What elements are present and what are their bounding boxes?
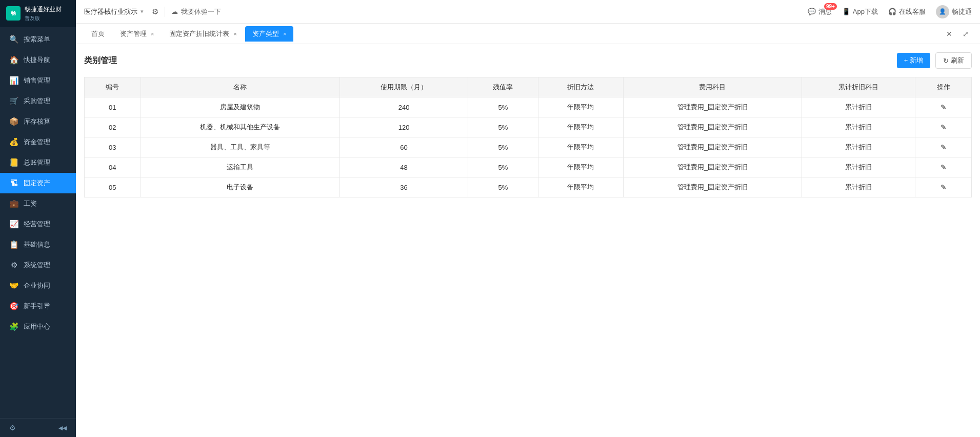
- sidebar-item-icon-sales: 📊: [9, 76, 18, 85]
- sidebar-item-label-payroll: 工资: [24, 199, 37, 208]
- sidebar-item-fixed_assets[interactable]: 🏗 固定资产: [0, 173, 76, 193]
- cell-method: 年限平均: [538, 97, 623, 117]
- cell-accumulated: 累计折旧: [802, 117, 915, 137]
- cell-code: 02: [85, 117, 141, 137]
- sidebar-item-label-inventory: 库存核算: [24, 117, 50, 126]
- sidebar-item-purchase[interactable]: 🛒 采购管理: [0, 91, 76, 111]
- tab-asset-management[interactable]: 资产管理 ×: [113, 26, 161, 42]
- collapse-icon[interactable]: ◀◀: [58, 425, 67, 431]
- table-col-使用期限（月）: 使用期限（月）: [340, 77, 468, 97]
- cell-period: 120: [340, 117, 468, 137]
- customer-service-label: 在线客服: [899, 7, 926, 16]
- cell-name: 电子设备: [141, 177, 340, 197]
- sidebar-item-operations[interactable]: 📈 经营管理: [0, 214, 76, 234]
- cell-accumulated: 累计折旧: [802, 157, 915, 177]
- tab-asset-management-label: 资产管理: [120, 29, 147, 38]
- sidebar-item-icon-system: ⚙: [9, 261, 18, 270]
- page-title: 类别管理: [84, 55, 117, 66]
- table-col-操作: 操作: [915, 77, 972, 97]
- sidebar-item-label-purchase: 采购管理: [24, 96, 50, 106]
- cell-period: 60: [340, 137, 468, 157]
- messages-button[interactable]: 💬 消息 99: [808, 7, 832, 16]
- sidebar-item-icon-enterprise: 🤝: [9, 281, 18, 290]
- cell-method: 年限平均: [538, 177, 623, 197]
- sidebar-item-inventory[interactable]: 📦 库存核算: [0, 111, 76, 132]
- sidebar-item-payroll[interactable]: 💼 工资: [0, 193, 76, 214]
- experience-icon: ☁: [171, 8, 178, 15]
- cell-edit[interactable]: ✎: [915, 117, 972, 137]
- customer-service-button[interactable]: 🎧 在线客服: [888, 7, 926, 16]
- cell-edit[interactable]: ✎: [915, 137, 972, 157]
- main-area: 医疗器械行业演示 ▾ ⚙ ☁ 我要体验一下 💬 消息 99 📱 App下载 🎧 …: [76, 0, 980, 437]
- sidebar-nav: 🔍 搜索菜单 🏠 快捷导航 📊 销售管理 🛒 采购管理 📦 库存核算 💰 资金管…: [0, 27, 76, 418]
- sidebar-item-quick_nav[interactable]: 🏠 快捷导航: [0, 50, 76, 70]
- cell-code: 01: [85, 97, 141, 117]
- user-button[interactable]: 👤 畅捷通: [936, 5, 972, 18]
- content-area: 类别管理 + 新增 ↻ 刷新 编号名称使用期限（月）残值率折旧方法费用科目累计折…: [76, 44, 980, 437]
- tab-asset-management-close[interactable]: ×: [151, 31, 154, 37]
- messages-icon: 💬: [808, 8, 816, 15]
- app-name: 畅捷通好业财: [25, 5, 62, 14]
- cell-expense: 管理费用_固定资产折旧: [623, 137, 802, 157]
- cell-method: 年限平均: [538, 157, 623, 177]
- category-table: 编号名称使用期限（月）残值率折旧方法费用科目累计折旧科目操作 01房屋及建筑物2…: [84, 77, 972, 197]
- sidebar-item-label-app_center: 应用中心: [24, 322, 50, 331]
- cell-edit[interactable]: ✎: [915, 177, 972, 197]
- sidebar-footer: ⚙ ◀◀: [0, 418, 76, 437]
- tab-asset-type-close[interactable]: ×: [283, 31, 286, 37]
- tab-close-all-button[interactable]: ✕: [943, 28, 955, 40]
- sidebar-item-sales[interactable]: 📊 销售管理: [0, 70, 76, 91]
- cell-expense: 管理费用_固定资产折旧: [623, 117, 802, 137]
- refresh-icon: ↻: [943, 57, 949, 65]
- tab-home[interactable]: 首页: [84, 26, 112, 42]
- table-col-费用科目: 费用科目: [623, 77, 802, 97]
- cell-residual: 5%: [468, 117, 538, 137]
- cell-accumulated: 累计折旧: [802, 137, 915, 157]
- cell-code: 04: [85, 157, 141, 177]
- sidebar-item-enterprise[interactable]: 🤝 企业协同: [0, 275, 76, 296]
- table-col-残值率: 残值率: [468, 77, 538, 97]
- demo-selector[interactable]: 医疗器械行业演示 ▾: [84, 7, 144, 16]
- sidebar-item-label-system: 系统管理: [24, 261, 50, 270]
- cell-expense: 管理费用_固定资产折旧: [623, 97, 802, 117]
- demo-selector-chevron: ▾: [141, 8, 144, 15]
- settings-icon[interactable]: ⚙: [9, 424, 16, 432]
- sidebar-item-search[interactable]: 🔍 搜索菜单: [0, 29, 76, 50]
- sidebar-item-label-search: 搜索菜单: [24, 35, 50, 44]
- table-col-累计折旧科目: 累计折旧科目: [802, 77, 915, 97]
- cell-residual: 5%: [468, 97, 538, 117]
- cell-edit[interactable]: ✎: [915, 157, 972, 177]
- cell-name: 房屋及建筑物: [141, 97, 340, 117]
- tab-depreciation[interactable]: 固定资产折旧统计表 ×: [162, 26, 244, 42]
- cell-accumulated: 累计折旧: [802, 177, 915, 197]
- header-actions: + 新增 ↻ 刷新: [897, 52, 972, 69]
- sidebar-header: 畅 畅捷通好业财 普及版: [0, 0, 76, 27]
- tab-expand-button[interactable]: ⤢: [959, 28, 972, 40]
- sidebar-item-label-general_ledger: 总账管理: [24, 158, 50, 167]
- tab-depreciation-close[interactable]: ×: [233, 31, 236, 37]
- sidebar-item-basic_info[interactable]: 📋 基础信息: [0, 234, 76, 255]
- experience-label: 我要体验一下: [181, 7, 221, 16]
- user-label: 畅捷通: [952, 7, 972, 16]
- sidebar-item-funds[interactable]: 💰 资金管理: [0, 132, 76, 152]
- table-col-折旧方法: 折旧方法: [538, 77, 623, 97]
- new-button[interactable]: + 新增: [897, 53, 930, 68]
- cell-edit[interactable]: ✎: [915, 97, 972, 117]
- refresh-label: 刷新: [951, 56, 964, 65]
- sidebar-item-app_center[interactable]: 🧩 应用中心: [0, 316, 76, 337]
- sidebar-item-guide[interactable]: 🎯 新手引导: [0, 296, 76, 316]
- customer-service-icon: 🎧: [888, 8, 896, 15]
- refresh-button[interactable]: ↻ 刷新: [935, 52, 972, 69]
- sidebar-item-icon-purchase: 🛒: [9, 96, 18, 106]
- experience-button[interactable]: ☁ 我要体验一下: [171, 7, 221, 16]
- tab-asset-type[interactable]: 资产类型 ×: [245, 26, 293, 42]
- table-col-编号: 编号: [85, 77, 141, 97]
- sidebar-item-system[interactable]: ⚙ 系统管理: [0, 255, 76, 275]
- cell-code: 03: [85, 137, 141, 157]
- cell-name: 运输工具: [141, 157, 340, 177]
- sidebar-item-general_ledger[interactable]: 📒 总账管理: [0, 152, 76, 173]
- app-download-button[interactable]: 📱 App下载: [842, 7, 878, 16]
- sidebar-item-label-sales: 销售管理: [24, 76, 50, 85]
- cell-residual: 5%: [468, 177, 538, 197]
- topbar-settings-icon[interactable]: ⚙: [152, 7, 158, 16]
